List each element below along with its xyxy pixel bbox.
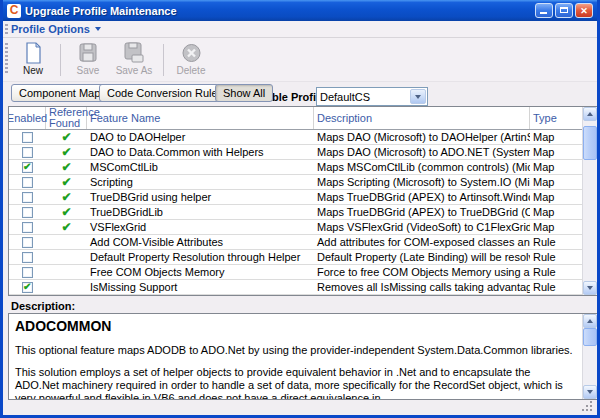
table-header-row: Enabled Reference Found Feature Name Des… xyxy=(9,107,582,130)
toolbar-grip[interactable] xyxy=(5,43,8,74)
filter-bar: Component Maps Code Conversion Rules Sho… xyxy=(3,82,597,106)
enabled-checkbox[interactable] xyxy=(22,147,33,158)
type-cell: Rule xyxy=(530,265,581,279)
header-description[interactable]: Description xyxy=(314,107,530,129)
reference-found-check-icon: ✔ xyxy=(61,161,71,173)
save-as-button-label: Save As xyxy=(109,65,159,76)
resize-grip[interactable] xyxy=(581,400,593,412)
enabled-checkbox[interactable] xyxy=(22,282,33,293)
description-box[interactable]: ADOCOMMON This optional feature maps ADO… xyxy=(8,313,598,400)
maximize-button[interactable] xyxy=(555,3,573,18)
table-row[interactable]: ✔ IsMissing Support Removes all IsMissin… xyxy=(9,280,582,295)
reference-found-check-icon: ✔ xyxy=(61,221,71,233)
table-scrollbar[interactable] xyxy=(582,107,597,295)
feature-name-cell: DAO to Data.Common with Helpers xyxy=(87,145,314,159)
scrollbar-track[interactable] xyxy=(583,160,597,281)
table-row[interactable]: ✔ TrueDBGridLib Maps TrueDBGrid (APEX) t… xyxy=(9,205,582,220)
feature-name-cell: MSComCtlLib xyxy=(87,160,314,174)
table-row[interactable]: ✔ TrueDBGrid using helper Maps TrueDBGri… xyxy=(9,190,582,205)
description-cell: Maps MSComCtlLib (common controls) (Micr… xyxy=(314,160,530,174)
menu-profile-options[interactable]: Profile Options xyxy=(11,23,101,35)
feature-name-cell: IsMissing Support xyxy=(87,280,314,294)
reference-found-check-icon: ✔ xyxy=(61,146,71,158)
show-all-button[interactable]: Show All xyxy=(215,84,273,102)
description-cell: Maps DAO (Microsoft) to ADO.NET (System.… xyxy=(314,145,530,159)
new-button[interactable]: New xyxy=(10,41,56,79)
table-row[interactable]: ✔ VSFlexGrid Maps VSFlexGrid (VideoSoft)… xyxy=(9,220,582,235)
description-cell: Add attributes for COM-exposed classes a… xyxy=(314,235,530,249)
type-cell: Map xyxy=(530,175,581,189)
description-cell: Maps VSFlexGrid (VideoSoft) to C1FlexGri… xyxy=(314,220,530,234)
enabled-checkbox[interactable] xyxy=(22,192,33,203)
reference-found-check-icon: ✔ xyxy=(61,176,71,188)
menubar-grip[interactable] xyxy=(5,24,8,34)
new-document-icon xyxy=(23,42,43,64)
header-reference-found[interactable]: Reference Found xyxy=(46,107,87,129)
feature-name-cell: TrueDBGrid using helper xyxy=(87,190,314,204)
scroll-up-icon[interactable] xyxy=(583,314,597,328)
code-conversion-rules-button[interactable]: Code Conversion Rules xyxy=(99,84,231,102)
reference-found-check-icon: ✔ xyxy=(61,131,71,143)
feature-name-cell: Default Property Resolution through Help… xyxy=(87,250,314,264)
table-row[interactable]: ✔ Scripting Maps Scripting (Microsoft) t… xyxy=(9,175,582,190)
delete-button[interactable]: Delete xyxy=(168,41,214,79)
description-cell: Maps DAO (Microsoft) to DAOHelper (Artin… xyxy=(314,130,530,144)
enabled-checkbox[interactable] xyxy=(22,267,33,278)
floppy-disk-plus-icon xyxy=(123,42,145,64)
type-cell: Rule xyxy=(530,250,581,264)
save-as-button[interactable]: Save As xyxy=(109,41,159,79)
enabled-checkbox[interactable] xyxy=(22,252,33,263)
header-enabled[interactable]: Enabled xyxy=(9,107,46,129)
scrollbar-track[interactable] xyxy=(583,346,597,385)
description-label: Description: xyxy=(11,300,75,312)
header-type[interactable]: Type xyxy=(530,107,581,129)
enabled-checkbox[interactable] xyxy=(22,162,33,173)
type-cell: Map xyxy=(530,145,581,159)
table-row[interactable]: ✔ DAO to Data.Common with Helpers Maps D… xyxy=(9,145,582,160)
toolbar: New Save Save As Delete xyxy=(3,38,597,82)
feature-name-cell: Add COM-Visible Attributes xyxy=(87,235,314,249)
table-row[interactable]: ✔ DAO to DAOHelper Maps DAO (Microsoft) … xyxy=(9,130,582,145)
title-bar[interactable]: C Upgrade Profile Maintenance ✕ xyxy=(3,0,597,21)
floppy-disk-icon xyxy=(78,42,98,64)
reference-found-check-icon: ✔ xyxy=(61,206,71,218)
features-table: Enabled Reference Found Feature Name Des… xyxy=(8,106,598,296)
type-cell: Rule xyxy=(530,235,581,249)
enabled-checkbox[interactable] xyxy=(22,177,33,188)
minimize-button[interactable] xyxy=(535,3,553,18)
type-cell: Map xyxy=(530,190,581,204)
table-row[interactable]: ✔ Default Property Resolution through He… xyxy=(9,250,582,265)
feature-name-cell: TrueDBGridLib xyxy=(87,205,314,219)
scroll-down-icon[interactable] xyxy=(583,385,597,399)
enabled-checkbox[interactable] xyxy=(22,132,33,143)
window-title: Upgrade Profile Maintenance xyxy=(25,5,535,17)
description-heading: ADOCOMMON xyxy=(15,318,576,334)
description-cell: Maps TrueDBGrid (APEX) to Artinsoft.Wind… xyxy=(314,190,530,204)
toolbar-separator xyxy=(60,44,61,76)
scroll-up-icon[interactable] xyxy=(583,107,597,121)
description-cell: Maps TrueDBGrid (APEX) to TrueDBGrid (Co… xyxy=(314,205,530,219)
scroll-down-icon[interactable] xyxy=(583,281,597,295)
type-cell: Map xyxy=(530,160,581,174)
close-button[interactable]: ✕ xyxy=(575,3,593,18)
table-row[interactable]: ✔ Free COM Objects Memory Force to free … xyxy=(9,265,582,280)
app-logo-icon: C xyxy=(7,4,21,18)
scrollbar-thumb[interactable] xyxy=(583,126,597,160)
upgrade-profile-maintenance-window: C Upgrade Profile Maintenance ✕ Profile … xyxy=(0,0,600,418)
enabled-checkbox[interactable] xyxy=(22,237,33,248)
feature-name-cell: VSFlexGrid xyxy=(87,220,314,234)
description-scrollbar[interactable] xyxy=(582,314,597,399)
header-feature-name[interactable]: Feature Name xyxy=(87,107,314,129)
menu-profile-options-label: Profile Options xyxy=(11,23,90,35)
table-row[interactable]: ✔ MSComCtlLib Maps MSComCtlLib (common c… xyxy=(9,160,582,175)
toolbar-separator xyxy=(163,44,164,76)
enabled-checkbox[interactable] xyxy=(22,207,33,218)
scrollbar-thumb[interactable] xyxy=(583,328,597,346)
table-row[interactable]: ✔ Add COM-Visible Attributes Add attribu… xyxy=(9,235,582,250)
description-cell: Force to free COM Objects Memory using a… xyxy=(314,265,530,279)
save-button[interactable]: Save xyxy=(65,41,111,79)
description-cell: Removes all IsMissing calls taking advan… xyxy=(314,280,530,294)
enabled-checkbox[interactable] xyxy=(22,222,33,233)
menu-bar: Profile Options xyxy=(3,21,597,38)
feature-name-cell: Scripting xyxy=(87,175,314,189)
